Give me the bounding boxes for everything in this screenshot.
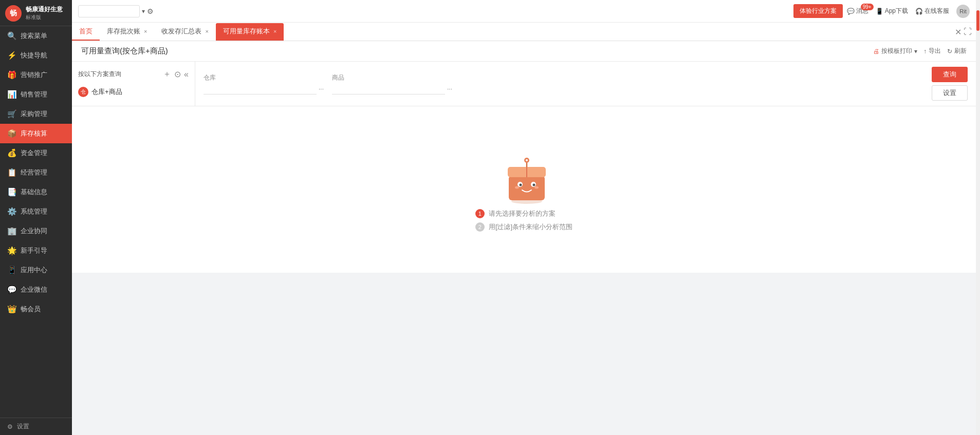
sidebar-item-label-sales: 销售管理 [21, 90, 47, 99]
finance-icon: 💰 [7, 148, 16, 158]
template-print-dropdown[interactable]: ▾ [914, 48, 917, 55]
manage-scheme-icon[interactable]: ⊙ [174, 69, 181, 79]
scheme-label: 仓库+商品 [91, 87, 122, 97]
search-icon: 🔍 [7, 31, 16, 41]
page-title: 可用量查询(按仓库+商品) [81, 46, 168, 56]
filter-goods-more[interactable]: ··· [447, 85, 452, 92]
sidebar-item-label-finance: 资金管理 [21, 148, 47, 158]
sidebar-item-label-wechat: 企业微信 [21, 285, 47, 294]
refresh-button[interactable]: ↻ 刷新 [947, 47, 967, 55]
sidebar-item-purchase[interactable]: 🛒采购管理 [0, 104, 72, 124]
sidebar-subtitle: 标准版 [26, 14, 63, 21]
sidebar-item-system[interactable]: ⚙️系统管理 [0, 202, 72, 221]
sidebar-nav: 🔍搜索菜单⚡快捷导航🎁营销推广📊销售管理🛒采购管理📦库存核算💰资金管理📋经营管理… [0, 26, 72, 418]
page-header: 可用量查询(按仓库+商品) 🖨 按模板打印 ▾ ↑ 导出 ↻ 刷新 [72, 41, 976, 62]
sales-icon: 📊 [7, 90, 16, 99]
sidebar-item-finance[interactable]: 💰资金管理 [0, 143, 72, 163]
topbar-right: 💬 消息 99+ 📱 App下载 🎧 在线客服 Rit [847, 5, 970, 18]
sidebar-item-member[interactable]: 👑畅会员 [0, 299, 72, 319]
topbar-search-area: ▾ ⚙ [78, 5, 789, 17]
sidebar-item-label-app-center: 应用中心 [21, 266, 47, 275]
sidebar-item-enterprise[interactable]: 🏢企业协同 [0, 221, 72, 241]
tab-available-account-label: 可用量库存账本 [223, 27, 270, 36]
collapse-icon[interactable]: « [184, 70, 189, 79]
sidebar-item-app-center[interactable]: 📱应用中心 [0, 260, 72, 280]
export-label: 导出 [929, 47, 941, 55]
tab-receive-summary[interactable]: 收发存汇总表 × [154, 23, 215, 41]
tabs-end-actions: ✕ ⛶ [955, 23, 976, 41]
hint-num-2: 2 [475, 222, 485, 232]
sidebar-item-newbie[interactable]: 🌟新手引导 [0, 241, 72, 260]
operation-icon: 📋 [7, 168, 16, 177]
phone-icon: 📱 [876, 8, 883, 15]
sidebar-item-wechat[interactable]: 💬企业微信 [0, 280, 72, 299]
online-service-button[interactable]: 🎧 在线客服 [915, 7, 949, 15]
empty-graphic [498, 147, 550, 199]
query-button[interactable]: 查询 [932, 67, 968, 82]
template-print-button[interactable]: 🖨 按模板打印 ▾ [873, 47, 917, 55]
page-actions: 🖨 按模板打印 ▾ ↑ 导出 ↻ 刷新 [873, 47, 967, 55]
enterprise-icon: 🏢 [7, 226, 16, 236]
filter-warehouse-field: 仓库 ··· [204, 73, 324, 94]
sidebar-item-basic[interactable]: 📑基础信息 [0, 182, 72, 202]
sidebar-item-label-system: 系统管理 [21, 207, 47, 216]
message-badge: 99+ [861, 4, 874, 10]
tab-receive-summary-close[interactable]: × [205, 28, 208, 34]
topbar-gear-icon[interactable]: ⚙ [147, 7, 154, 15]
tab-batch-account-close[interactable]: × [144, 28, 147, 34]
right-scrollbar [976, 0, 980, 435]
message-icon: 💬 [847, 8, 855, 15]
industry-solution-button[interactable]: 体验行业方案 [793, 4, 843, 18]
close-tab-icon[interactable]: ✕ [955, 27, 961, 37]
sidebar-item-label-member: 畅会员 [21, 305, 41, 314]
svg-point-12 [526, 159, 528, 161]
sidebar-item-inventory[interactable]: 📦库存核算 [0, 124, 72, 143]
scheme-warehouse-goods[interactable]: 仓 仓库+商品 [72, 84, 195, 100]
empty-hint-2-text: 用[过滤]条件来缩小分析范围 [489, 222, 572, 232]
filter-warehouse-input[interactable] [204, 84, 317, 94]
system-icon: ⚙️ [7, 207, 16, 216]
sidebar-logo: 畅 [5, 5, 22, 22]
sidebar-item-sales[interactable]: 📊销售管理 [0, 85, 72, 104]
filter-goods-input[interactable] [332, 84, 445, 94]
export-button[interactable]: ↑ 导出 [923, 47, 941, 55]
filter-goods-field: 商品 ··· [332, 73, 452, 94]
message-button[interactable]: 💬 消息 99+ [847, 7, 868, 15]
sidebar-item-label-operation: 经营管理 [21, 168, 47, 177]
topbar-dropdown-icon[interactable]: ▾ [142, 8, 145, 15]
sidebar-footer[interactable]: ⚙ 设置 [0, 418, 72, 435]
topbar-search-input[interactable] [78, 5, 140, 17]
content-area: 可用量查询(按仓库+商品) 🖨 按模板打印 ▾ ↑ 导出 ↻ 刷新 [72, 41, 976, 435]
expand-icon[interactable]: ⛶ [964, 27, 972, 36]
settings-button[interactable]: 设置 [932, 85, 968, 101]
sidebar-item-search[interactable]: 🔍搜索菜单 [0, 26, 72, 46]
user-avatar[interactable]: Rit [956, 5, 970, 18]
tab-home[interactable]: 首页 [72, 23, 100, 41]
svg-point-9 [534, 186, 539, 189]
query-right-panel: 仓库 ··· 商品 ··· 查询 [195, 62, 976, 106]
tab-available-account-close[interactable]: × [273, 28, 276, 34]
query-section: 按以下方案查询 ＋ ⊙ « 仓 仓库+商品 仓库 [72, 62, 976, 106]
sidebar-title-block: 畅康通好生意 标准版 [26, 6, 63, 21]
sidebar-item-operation[interactable]: 📋经营管理 [0, 163, 72, 182]
tab-batch-account[interactable]: 库存批次账 × [100, 23, 154, 41]
refresh-icon: ↻ [947, 48, 952, 55]
template-print-label: 按模板打印 [881, 47, 912, 55]
add-scheme-icon[interactable]: ＋ [163, 69, 171, 80]
scheme-icon: 仓 [78, 87, 88, 97]
service-icon: 🎧 [915, 8, 923, 15]
app-center-icon: 📱 [7, 266, 16, 275]
filter-row: 仓库 ··· 商品 ··· 查询 [204, 67, 968, 101]
sidebar-title: 畅康通好生意 [26, 6, 63, 14]
sidebar-item-marketing[interactable]: 🎁营销推广 [0, 65, 72, 85]
sidebar-item-quick-nav[interactable]: ⚡快捷导航 [0, 46, 72, 65]
svg-point-6 [519, 184, 522, 186]
tab-available-account[interactable]: 可用量库存账本 × [216, 23, 284, 41]
sidebar-item-label-search: 搜索菜单 [21, 31, 47, 41]
user-avatar-circle: Rit [956, 5, 970, 18]
app-download-button[interactable]: 📱 App下载 [876, 7, 908, 15]
query-left-header-label: 按以下方案查询 [78, 70, 121, 79]
filter-warehouse-more[interactable]: ··· [319, 85, 324, 92]
svg-point-8 [515, 186, 519, 189]
right-scrollbar-thumb [976, 10, 979, 31]
